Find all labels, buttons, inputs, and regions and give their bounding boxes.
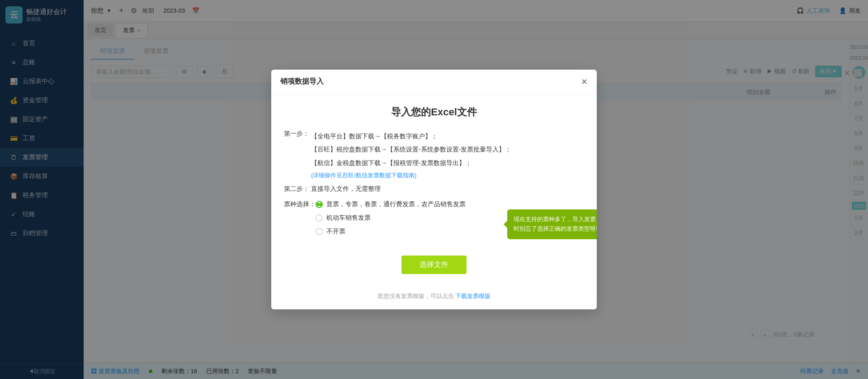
radio-motor-label: 机动车销售发票 [326, 214, 371, 222]
modal-title: 销项数据导入 [280, 77, 324, 86]
footer-text: 若您没有发票模版，可以点击 [377, 293, 454, 299]
tooltip-bubble: × 现在支持的票种多了，导入发票时别忘了选择正确的发票类型呀! [507, 209, 597, 239]
radio-normal[interactable]: 普票，专票，卷票，通行费发票，农产品销售发票 [316, 200, 584, 208]
modal-header: 销项数据导入 ✕ [271, 70, 597, 95]
tooltip-text: 现在支持的票种多了，导入发票时别忘了选择正确的发票类型呀! [514, 216, 597, 232]
modal-close-btn[interactable]: ✕ [581, 77, 588, 87]
step1-label: 第一步： [284, 130, 311, 138]
step1-line3: 【航信】金税盘数据下载→【报税管理-发票数据导出】； [311, 156, 584, 170]
step2-label: 第二步： [284, 185, 311, 193]
modal-overlay: 销项数据导入 ✕ 导入您的Excel文件 第一步： 【全电平台】数据下载→【税务… [0, 0, 868, 379]
modal-footer: 若您没有发票模版，可以点击 下载发票模版 [271, 292, 597, 309]
ticket-label: 票种选择： [284, 200, 316, 208]
download-template-link[interactable]: 下载发票模版 [455, 293, 491, 299]
select-file-btn[interactable]: 选择文件 [401, 256, 467, 274]
modal-heading: 导入您的Excel文件 [284, 105, 584, 119]
radio-no-ticket-label: 不开票 [326, 227, 345, 236]
modal-body: 导入您的Excel文件 第一步： 【全电平台】数据下载→【税务数字账户】； 【百… [271, 95, 597, 292]
import-modal: 销项数据导入 ✕ 导入您的Excel文件 第一步： 【全电平台】数据下载→【税务… [271, 70, 597, 309]
radio-motor-circle [316, 214, 323, 222]
radio-no-ticket-circle [316, 228, 323, 235]
radio-normal-circle [316, 201, 323, 208]
step1-link[interactable]: (详细操作见百旺/航信发票数据下载指南) [311, 172, 416, 179]
step1-line1: 【全电平台】数据下载→【税务数字账户】； [311, 130, 584, 143]
step2-text: 直接导入文件，无需整理 [311, 185, 381, 193]
radio-normal-label: 普票，专票，卷票，通行费发票，农产品销售发票 [326, 200, 466, 208]
step1-line2: 【百旺】税控盘数据下载→【系统设置-系统参数设置-发票批量导入】； [311, 143, 584, 156]
